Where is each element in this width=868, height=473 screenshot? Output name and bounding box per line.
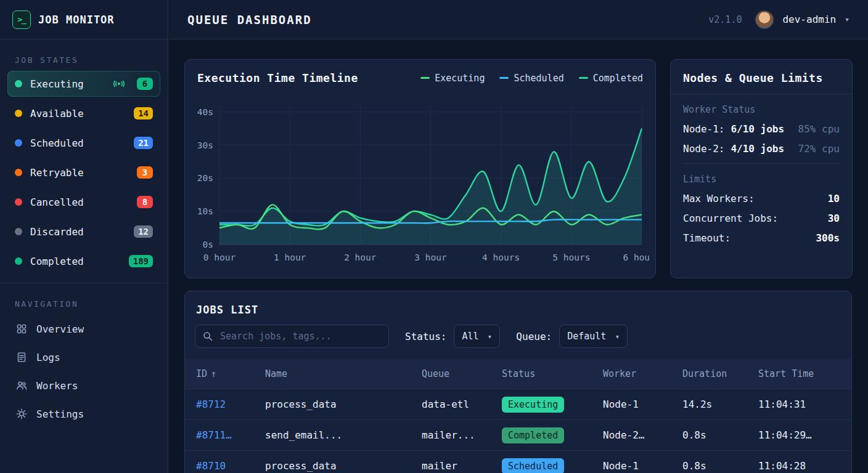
column-header-name[interactable]: Name	[265, 368, 422, 379]
legend-label: Completed	[593, 73, 643, 84]
main-content: Execution Time Timeline Executing Schedu…	[169, 40, 868, 473]
status-badge: Executing	[502, 397, 564, 413]
status-badge: Completed	[502, 427, 564, 443]
limits-label: Limits	[683, 174, 840, 185]
queue-filter-value: Default	[567, 331, 606, 342]
svg-text:0 hour: 0 hour	[203, 253, 236, 262]
user-avatar[interactable]	[755, 10, 774, 29]
sidebar-item-overview[interactable]: Overview	[0, 315, 168, 343]
legend-label: Executing	[435, 73, 485, 84]
node-name: Node-1:	[683, 123, 724, 135]
sidebar-item-logs[interactable]: Logs	[0, 343, 168, 371]
sidebar-state-cancelled[interactable]: Cancelled 8	[7, 189, 160, 215]
node-cpu: 72% cpu	[798, 143, 840, 155]
job-queue: mailer	[422, 460, 502, 472]
svg-text:2 hour: 2 hour	[344, 253, 377, 262]
discarded-status-dot	[15, 228, 22, 235]
live-signal-icon	[113, 79, 125, 88]
topbar: QUEUE DASHBOARD v2.1.0 dev-admin ▾	[169, 0, 868, 39]
state-label: Executing	[30, 78, 84, 90]
sidebar: >_ JOB MONITOR JOB STATES Executing 6 Av…	[0, 0, 168, 473]
status-badge: Scheduled	[502, 458, 564, 473]
job-start-time: 11:04:29…	[758, 429, 851, 441]
job-name: process_data	[265, 460, 422, 472]
column-header-duration[interactable]: Duration	[682, 368, 758, 379]
job-id-link[interactable]: #8712	[196, 398, 265, 410]
state-label: Retryable	[30, 167, 84, 179]
table-row[interactable]: #8710 process_data mailer Scheduled Node…	[185, 450, 851, 473]
chevron-down-icon[interactable]: ▾	[845, 15, 850, 24]
divider	[683, 163, 840, 164]
job-name: send_email...	[265, 429, 422, 441]
grid-icon	[16, 323, 27, 334]
table-row[interactable]: #8711… send_email... mailer... Completed…	[185, 419, 851, 450]
job-id-link[interactable]: #8711…	[196, 429, 265, 441]
sidebar-state-completed[interactable]: Completed 189	[7, 248, 160, 274]
sidebar-header: >_ JOB MONITOR	[0, 0, 168, 39]
nav-item-label: Settings	[36, 408, 84, 420]
timeout-row: Timeout: 300s	[683, 232, 840, 244]
sidebar-state-discarded[interactable]: Discarded 12	[7, 219, 160, 245]
sidebar-state-available[interactable]: Available 14	[7, 100, 160, 126]
search-icon	[202, 331, 213, 342]
completed-legend-dash	[579, 77, 588, 79]
state-label: Cancelled	[30, 196, 84, 208]
chart-title: Execution Time Timeline	[197, 71, 358, 84]
user-name: dev-admin	[782, 14, 836, 25]
sidebar-item-settings[interactable]: Settings	[0, 400, 168, 428]
jobs-search	[195, 325, 389, 348]
job-duration: 0.8s	[682, 460, 758, 472]
users-icon	[16, 380, 27, 391]
column-header-queue[interactable]: Queue	[422, 368, 502, 379]
legend-item-scheduled: Scheduled	[499, 73, 563, 84]
status-filter-value: All	[462, 331, 478, 342]
execution-timeline-card: Execution Time Timeline Executing Schedu…	[184, 59, 656, 278]
version-label: v2.1.0	[708, 14, 742, 25]
table-row[interactable]: #8712 process_data data-etl Executing No…	[185, 389, 851, 419]
retryable-status-dot	[15, 169, 22, 176]
state-label: Scheduled	[30, 137, 84, 149]
nodes-card-title: Nodes & Queue Limits	[683, 71, 840, 84]
node-cpu: 85% cpu	[798, 123, 840, 135]
jobs-list-card: JOBS LIST Status: All ▾ Queue: Default	[184, 291, 852, 473]
svg-text:0s: 0s	[203, 240, 213, 249]
queue-filter-select[interactable]: Default ▾	[559, 325, 628, 348]
state-count-badge: 6	[137, 78, 153, 90]
svg-text:3 hour: 3 hour	[414, 253, 447, 262]
job-queue: data-etl	[422, 398, 502, 410]
job-name: process_data	[265, 398, 422, 410]
node-name: Node-2:	[683, 143, 724, 155]
cancelled-status-dot	[15, 198, 22, 206]
column-header-status[interactable]: Status	[502, 368, 603, 379]
nav-item-label: Workers	[36, 380, 78, 392]
legend-label: Scheduled	[514, 73, 563, 84]
job-start-time: 11:04:28	[758, 460, 851, 472]
queue-filter-label: Queue:	[516, 331, 552, 342]
node-2-row: Node-2: 4/10 jobs 72% cpu	[683, 143, 840, 155]
legend-item-executing: Executing	[420, 73, 485, 84]
state-count-badge: 189	[129, 255, 153, 267]
job-id-link[interactable]: #8710	[196, 460, 265, 472]
sidebar-item-workers[interactable]: Workers	[0, 371, 168, 400]
app-title: JOB MONITOR	[38, 14, 115, 26]
svg-text:5 hours: 5 hours	[552, 253, 590, 262]
state-label: Completed	[30, 256, 84, 267]
legend-item-completed: Completed	[579, 73, 643, 84]
navigation-section: NAVIGATION Overview Logs Workers	[0, 283, 168, 428]
worker-status-label: Worker Status	[683, 104, 840, 115]
sidebar-state-retryable[interactable]: Retryable 3	[7, 160, 160, 185]
column-header-id[interactable]: ID↑	[196, 368, 265, 379]
sidebar-state-executing[interactable]: Executing 6	[7, 71, 160, 97]
sidebar-state-scheduled[interactable]: Scheduled 21	[7, 130, 160, 156]
svg-text:10s: 10s	[197, 206, 213, 216]
column-header-worker[interactable]: Worker	[603, 368, 682, 379]
svg-text:30s: 30s	[197, 140, 213, 150]
nodes-queue-limits-card: Nodes & Queue Limits Worker Status Node-…	[670, 59, 853, 278]
search-input[interactable]	[195, 325, 389, 348]
jobs-table-header: ID↑ Name Queue Status Worker Duration St…	[185, 359, 851, 389]
status-filter-label: Status:	[405, 331, 446, 342]
job-worker: Node-1	[603, 460, 682, 472]
svg-text:20s: 20s	[197, 173, 213, 183]
column-header-start-time[interactable]: Start Time	[758, 368, 851, 379]
status-filter-select[interactable]: All ▾	[454, 325, 500, 348]
